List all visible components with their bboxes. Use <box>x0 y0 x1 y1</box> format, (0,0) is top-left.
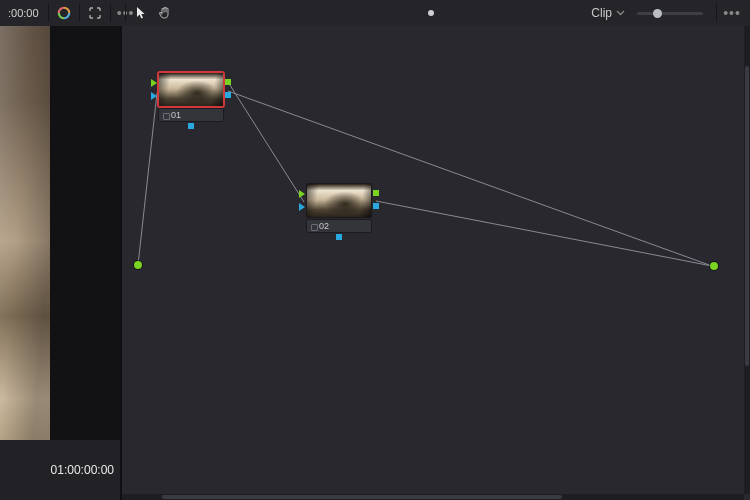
image-wipe-button[interactable] <box>52 1 76 25</box>
node-label[interactable]: 02 <box>306 219 372 233</box>
node-02[interactable]: 02 <box>306 183 372 233</box>
svg-line-1 <box>138 93 157 265</box>
pointer-tool-button[interactable] <box>129 1 153 25</box>
separator <box>110 4 111 22</box>
node-graph-canvas[interactable]: 01 02 <box>122 26 750 500</box>
node-output-rgb[interactable] <box>225 79 231 85</box>
zoom-slider-handle[interactable] <box>653 9 662 18</box>
svg-line-2 <box>228 82 304 202</box>
top-toolbar: :00:00 ••• <box>0 0 750 26</box>
graph-output-anchor[interactable] <box>710 262 718 270</box>
window-root: :00:00 ••• <box>0 0 750 500</box>
node-input-key[interactable] <box>299 203 305 211</box>
separator <box>48 4 49 22</box>
graph-mode-dropdown[interactable]: Clip <box>589 6 627 20</box>
hand-icon <box>158 6 172 20</box>
node-01[interactable]: 01 <box>158 72 224 122</box>
highlight-button[interactable] <box>83 1 107 25</box>
node-output-key[interactable] <box>373 203 379 209</box>
node-input-rgb[interactable] <box>151 79 157 87</box>
viewer-footer: 01:00:00:00 <box>0 440 122 500</box>
separator <box>716 4 717 22</box>
toolbar-right: Clip ••• <box>589 0 750 26</box>
graph-scrollbar-vertical[interactable] <box>744 26 750 494</box>
graph-input-anchor[interactable] <box>134 261 142 269</box>
separator <box>79 4 80 22</box>
footer-timecode[interactable]: 01:00:00:00 <box>51 463 114 477</box>
node-thumbnail <box>306 183 372 218</box>
node-bottom-key[interactable] <box>188 123 194 129</box>
node-output-rgb[interactable] <box>373 190 379 196</box>
node-bottom-key[interactable] <box>336 234 342 240</box>
node-thumbnail <box>158 72 224 107</box>
hand-tool-button[interactable] <box>153 1 177 25</box>
graph-mode-label: Clip <box>591 6 612 20</box>
toolbar-left: :00:00 ••• <box>0 0 138 26</box>
node-output-key[interactable] <box>225 92 231 98</box>
viewer-panel[interactable] <box>0 26 122 440</box>
node-label[interactable]: 01 <box>158 108 224 122</box>
expand-icon <box>88 6 102 20</box>
node-input-rgb[interactable] <box>299 190 305 198</box>
center-dot-icon <box>428 10 434 16</box>
viewer-timecode[interactable]: :00:00 <box>2 7 45 19</box>
chevron-down-icon <box>616 10 625 16</box>
graph-more-button[interactable]: ••• <box>720 1 744 25</box>
scrollbar-thumb[interactable] <box>162 495 562 499</box>
svg-line-4 <box>376 201 712 266</box>
node-input-key[interactable] <box>151 92 157 100</box>
color-wheel-icon <box>57 6 71 20</box>
scrollbar-thumb[interactable] <box>745 66 749 366</box>
svg-line-3 <box>228 91 712 266</box>
pointer-icon <box>135 6 147 20</box>
separator <box>125 4 126 22</box>
zoom-slider[interactable] <box>637 12 703 15</box>
toolbar-graph-tools <box>122 0 177 26</box>
viewer-image <box>0 26 50 440</box>
graph-scrollbar-horizontal[interactable] <box>122 494 744 500</box>
more-icon: ••• <box>723 10 741 16</box>
